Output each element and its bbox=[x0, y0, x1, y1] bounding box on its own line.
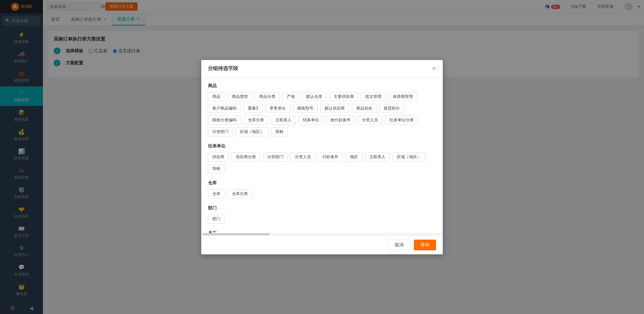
field-tag[interactable]: 仓库分类 bbox=[227, 189, 252, 198]
modal-overlay[interactable]: 分组待选字段 ✕ 商品 商品 商品类型 商品分类 产地 默认仓库 主要供应商 批… bbox=[0, 0, 644, 314]
cancel-button[interactable]: 取消 bbox=[388, 240, 411, 250]
field-tag[interactable]: 区域（地区） bbox=[392, 152, 425, 162]
field-tag[interactable]: 保质期管理 bbox=[388, 92, 417, 101]
section-employee: 员工 业务员 bbox=[208, 230, 436, 233]
modal-header: 分组待选字段 ✕ bbox=[201, 60, 443, 77]
goods-field-tags: 商品 商品类型 商品分类 产地 默认仓库 主要供应商 批次管理 保质期管理 客户… bbox=[208, 92, 436, 136]
field-tag[interactable]: 付款条件 bbox=[318, 152, 343, 162]
field-tag[interactable]: 商品分类 bbox=[255, 92, 280, 101]
section-goods: 商品 商品 商品类型 商品分类 产地 默认仓库 主要供应商 批次管理 保质期管理… bbox=[208, 83, 436, 136]
field-tag[interactable]: 重量3 bbox=[244, 104, 263, 113]
section-partner-title: 往来单位 bbox=[208, 143, 436, 149]
section-partner: 往来单位 供应商 供应商分类 分管部门 分管人员 付款条件 地区 主联系人 区域… bbox=[208, 143, 436, 173]
field-tag[interactable]: 地区 bbox=[345, 152, 362, 162]
section-department: 部门 部门 bbox=[208, 205, 436, 224]
field-tag[interactable]: 商品别名 bbox=[352, 104, 377, 113]
field-tag[interactable]: 结算单位 bbox=[299, 116, 323, 125]
field-tag[interactable]: 零售单位 bbox=[265, 104, 290, 113]
section-employee-title: 员工 bbox=[208, 230, 436, 233]
warehouse-field-tags: 仓库 仓库分类 bbox=[208, 189, 436, 198]
field-tag[interactable]: 默认供应商 bbox=[320, 104, 349, 113]
field-tag[interactable]: 拣货积分 bbox=[379, 104, 404, 113]
field-tag[interactable]: 简称 bbox=[271, 127, 288, 136]
modal-close-button[interactable]: ✕ bbox=[432, 65, 436, 72]
field-selection-modal: 分组待选字段 ✕ 商品 商品 商品类型 商品分类 产地 默认仓库 主要供应商 批… bbox=[201, 60, 443, 254]
field-tag[interactable]: 主联系人 bbox=[271, 116, 296, 125]
field-tag[interactable]: 商品 bbox=[208, 92, 225, 101]
field-tag[interactable]: 默认仓库 bbox=[302, 92, 327, 101]
field-tag[interactable]: 税收分类编码 bbox=[208, 116, 241, 125]
field-tag[interactable]: 仓库 bbox=[208, 189, 225, 198]
field-tag[interactable]: 客户商品编码 bbox=[208, 104, 241, 113]
modal-horizontal-scroll[interactable] bbox=[201, 233, 443, 235]
department-field-tags: 部门 bbox=[208, 214, 436, 224]
confirm-button[interactable]: 查询 bbox=[414, 240, 436, 250]
section-department-title: 部门 bbox=[208, 205, 436, 211]
field-tag[interactable]: 分管部门 bbox=[263, 152, 288, 162]
modal-body: 商品 商品 商品类型 商品分类 产地 默认仓库 主要供应商 批次管理 保质期管理… bbox=[201, 77, 443, 233]
field-tag[interactable]: 规格型号 bbox=[293, 104, 318, 113]
field-tag[interactable]: 区域（地区） bbox=[235, 127, 268, 136]
field-tag[interactable]: 主要供应商 bbox=[329, 92, 358, 101]
field-tag[interactable]: 收付款条件 bbox=[326, 116, 355, 125]
field-tag[interactable]: 主联系人 bbox=[365, 152, 390, 162]
partner-field-tags: 供应商 供应商分类 分管部门 分管人员 付款条件 地区 主联系人 区域（地区） … bbox=[208, 152, 436, 173]
field-tag[interactable]: 部门 bbox=[208, 214, 225, 224]
field-tag[interactable]: 产地 bbox=[282, 92, 299, 101]
section-warehouse-title: 仓库 bbox=[208, 180, 436, 186]
field-tag[interactable]: 供应商分类 bbox=[231, 152, 260, 162]
field-tag[interactable]: 仓库分类 bbox=[244, 116, 268, 125]
field-tag[interactable]: 供应商 bbox=[208, 152, 229, 162]
field-tag[interactable]: 批次管理 bbox=[361, 92, 386, 101]
field-tag[interactable]: 分管部门 bbox=[208, 127, 233, 136]
section-goods-title: 商品 bbox=[208, 83, 436, 89]
field-tag[interactable]: 往来单位分类 bbox=[385, 116, 418, 125]
modal-title: 分组待选字段 bbox=[208, 65, 238, 72]
section-warehouse: 仓库 仓库 仓库分类 bbox=[208, 180, 436, 198]
field-tag[interactable]: 简称 bbox=[208, 164, 225, 173]
modal-footer: 取消 查询 bbox=[201, 235, 443, 254]
field-tag[interactable]: 分管人员 bbox=[290, 152, 315, 162]
field-tag[interactable]: 分管人员 bbox=[358, 116, 382, 125]
field-tag[interactable]: 商品类型 bbox=[227, 92, 252, 101]
